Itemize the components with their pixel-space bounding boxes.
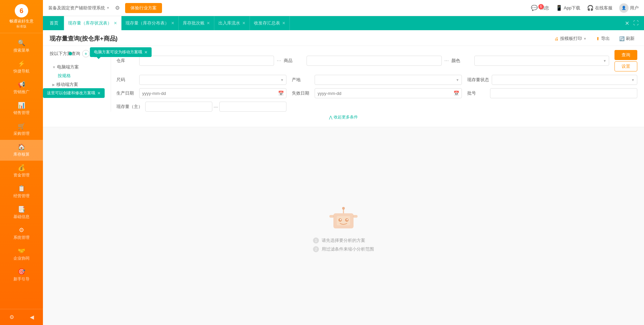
expand-btn[interactable]: ⛶ (632, 19, 640, 28)
color-label: 颜色 (451, 58, 472, 64)
stock-qty-min[interactable] (145, 102, 212, 112)
sidebar-item-sales[interactable]: 📊 销售管理 (0, 98, 43, 119)
page-header: 现存量查询(按仓库+商品) 🖨 按模板打印 ▼ ⬆ 导出 🔄 刷新 (43, 30, 644, 46)
search-btn[interactable]: 查询 (614, 50, 637, 60)
empty-hint-1: 1 请先选择要分析的方案 (313, 237, 374, 243)
sidebar-item-marketing[interactable]: 📢 营销推广 (0, 77, 43, 98)
produce-date-input[interactable] (139, 88, 286, 98)
refresh-btn[interactable]: 🔄 刷新 (616, 34, 637, 43)
filter-label: 按以下方案查询 (50, 51, 80, 57)
collapse-bar[interactable]: ⋀ 收起更多条件 (50, 112, 637, 123)
expire-date-input[interactable] (315, 88, 462, 98)
app-download-action[interactable]: 📱 App下载 (556, 5, 580, 11)
empty-hints: 1 请先选择要分析的方案 2 用过滤条件来缩小分析范围 (313, 237, 374, 252)
stock-qty-max[interactable] (219, 102, 286, 112)
stock-status-select[interactable] (492, 75, 637, 85)
tab-close-icon[interactable]: ✕ (207, 21, 210, 25)
sidebar-item-label: 采购管理 (13, 131, 30, 137)
logo-badge: 标准版 (16, 24, 26, 29)
scheme-item-mobile[interactable]: ▶ 移动端方案 这里可以创建和修改方案哦 ✕ (50, 80, 107, 89)
add-scheme-btn[interactable]: + (82, 50, 90, 57)
color-select[interactable] (474, 56, 609, 66)
filter-row-4: 现存量（主） — (116, 102, 637, 112)
tab-close-icon[interactable]: ✕ (242, 21, 246, 25)
tab-in-out-flow[interactable]: 出入库流水 ✕ (214, 16, 250, 30)
message-icon: 💬 (531, 5, 538, 11)
phone-icon: 📱 (556, 5, 562, 11)
sidebar-item-label: 资金管理 (13, 172, 30, 178)
export-btn[interactable]: ⬆ 导出 (593, 34, 612, 43)
empty-hint-2: 2 用过滤条件来缩小分析范围 (313, 246, 374, 252)
sidebar-item-search[interactable]: 🔍 搜索菜单 (0, 36, 43, 57)
sidebar-item-system[interactable]: ⚙ 系统管理 (0, 223, 43, 244)
print-icon: 🖨 (554, 36, 559, 41)
goods-label: 商品 (284, 58, 304, 64)
batch-no-input[interactable] (490, 88, 637, 98)
tab-home[interactable]: 首页 (44, 16, 64, 30)
tab-close-icon[interactable]: ✕ (282, 21, 285, 25)
create-tooltip-close-btn[interactable]: ✕ (97, 91, 101, 96)
scheme-tree: ▼ 电脑端方案 按规格 ▶ 移动端方案 这里可以创建和修改方案哦 (50, 60, 107, 92)
filter-field-stock-qty: 现存量（主） — (116, 102, 286, 112)
chevron-down-icon: ▼ (583, 37, 587, 41)
arrow-icon: ▼ (52, 65, 56, 69)
filter-row-3: 生产日期 📅 失效日期 📅 (116, 88, 637, 98)
size-select[interactable] (139, 75, 286, 85)
warehouse-dots[interactable]: ··· (277, 58, 281, 64)
sidebar-item-inventory[interactable]: 🏠 库存核算 (0, 140, 43, 161)
top-header: 装备及固定资产辅助管理系统 ▼ ⚙ 体验行业方案 💬 6 消息 📱 App下载 … (43, 0, 644, 16)
scheme-item-pc[interactable]: ▼ 电脑端方案 (50, 63, 107, 71)
create-scheme-tooltip: 这里可以创建和修改方案哦 ✕ (43, 88, 105, 98)
print-btn[interactable]: 🖨 按模板打印 ▼ (552, 34, 589, 43)
filter-field-goods: 商品 (284, 56, 441, 66)
sidebar-item-label: 快捷导航 (13, 68, 30, 74)
tooltip-close-btn[interactable]: ✕ (144, 50, 148, 55)
sidebar-item-finance[interactable]: 💰 资金管理 (0, 161, 43, 181)
tab-close-icon[interactable]: ✕ (171, 21, 174, 25)
scheme-panel: 按以下方案查询 + ↻ « 电脑方案可设为移动方案哦 ✕ (50, 50, 111, 112)
sidebar-item-label: 系统管理 (13, 235, 30, 240)
tab-batch-ledger[interactable]: 库存批次账 ✕ (179, 16, 214, 30)
tab-inventory-dist[interactable]: 现存量（库存分布表） ✕ (121, 16, 179, 30)
page-title: 现存量查询(按仓库+商品) (50, 35, 118, 43)
connector-dot (69, 52, 72, 55)
industry-btn[interactable]: 体验行业方案 (125, 3, 162, 13)
reset-btn[interactable]: 设置 (614, 61, 637, 71)
header-left: 装备及固定资产辅助管理系统 ▼ ⚙ 体验行业方案 (48, 3, 162, 13)
hint-number-2: 2 (313, 246, 319, 252)
scheme-item-pc-default[interactable]: 按规格 (50, 71, 107, 80)
tab-collect-summary[interactable]: 收发存汇总表 ✕ (250, 16, 290, 30)
sidebar-item-quick-nav[interactable]: ⚡ 快捷导航 (0, 57, 43, 77)
sidebar-item-basic[interactable]: 📑 基础信息 (0, 202, 43, 223)
support-action[interactable]: 🎧 在线客服 (587, 5, 612, 11)
tab-close-icon[interactable]: ✕ (114, 21, 117, 25)
logo-icon: 6 (15, 4, 28, 17)
main-content: 装备及固定资产辅助管理系统 ▼ ⚙ 体验行业方案 💬 6 消息 📱 App下载 … (43, 0, 644, 325)
sidebar-item-guide[interactable]: 🎯 新手引导 (0, 265, 43, 285)
batch-no-label: 批号 (467, 90, 487, 96)
produce-date-label: 生产日期 (116, 90, 137, 96)
sidebar-item-purchase[interactable]: 🛒 采购管理 (0, 119, 43, 140)
sidebar-item-enterprise[interactable]: 🤝 企业协同 (0, 244, 43, 265)
sidebar-item-operations[interactable]: 📋 经营管理 (0, 181, 43, 202)
sidebar-nav: 🔍 搜索菜单 ⚡ 快捷导航 📢 营销推广 📊 销售管理 🛒 采购管理 🏠 库存核… (0, 33, 43, 309)
refresh-icon: 🔄 (619, 36, 625, 41)
sidebar-item-label: 搜索菜单 (13, 48, 30, 53)
sidebar-footer: ⚙ ◀ (0, 309, 43, 325)
tab-inventory-status[interactable]: 现存量（库存状况表） ✕ (64, 16, 121, 30)
origin-label: 产地 (292, 77, 312, 83)
close-all-tabs-btn[interactable]: ✕ (624, 19, 631, 28)
sidebar-settings-btn[interactable]: ⚙ (8, 313, 15, 322)
page-actions: 🖨 按模板打印 ▼ ⬆ 导出 🔄 刷新 (552, 34, 637, 43)
messages-action[interactable]: 💬 6 消息 (531, 5, 549, 11)
origin-select[interactable] (315, 75, 462, 85)
system-title[interactable]: 装备及固定资产辅助管理系统 ▼ (48, 5, 110, 11)
enterprise-icon: 🤝 (18, 247, 25, 255)
user-action[interactable]: 👤 用户 (619, 3, 639, 13)
content-area: 1 请先选择要分析的方案 2 用过滤条件来缩小分析范围 (43, 127, 644, 325)
goods-dots[interactable]: ··· (444, 58, 449, 64)
header-settings-btn[interactable]: ⚙ (114, 3, 121, 12)
purchase-icon: 🛒 (18, 122, 25, 130)
tab-bar: 首页 现存量（库存状况表） ✕ 现存量（库存分布表） ✕ 库存批次账 ✕ 出入库… (43, 16, 644, 30)
sidebar-collapse-btn[interactable]: ◀ (29, 313, 35, 322)
